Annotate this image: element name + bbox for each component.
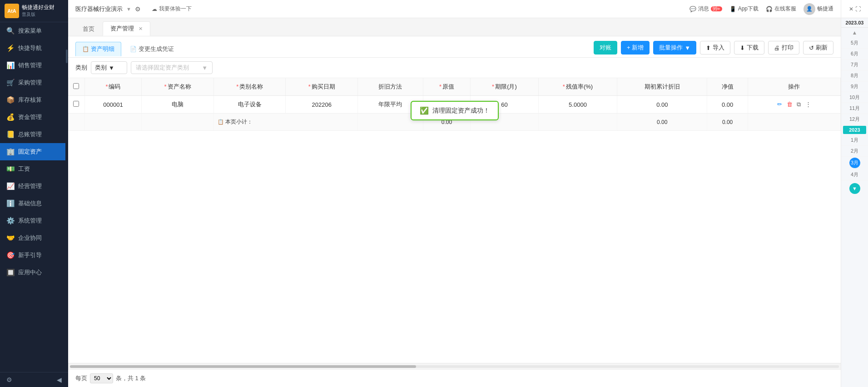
cell-code: 000001 bbox=[84, 96, 142, 114]
subtab-asset-detail-label: 资产明细 bbox=[91, 45, 114, 53]
sidebar-item-operations[interactable]: 📈经营管理 bbox=[0, 178, 65, 195]
experience-btn[interactable]: ☁ 我要体验一下 bbox=[152, 5, 192, 13]
header-residual-rate: *残值率(%) bbox=[538, 78, 617, 96]
month-item[interactable]: 4月 bbox=[841, 169, 868, 180]
edit-icon[interactable]: ✏ bbox=[777, 101, 782, 108]
per-page-select[interactable]: 50 10 20 100 bbox=[90, 373, 113, 383]
sidebar-item-label: 采购管理 bbox=[18, 79, 42, 87]
month-item[interactable]: 6月 bbox=[841, 49, 868, 60]
company-chevron-icon[interactable]: ▼ bbox=[126, 6, 131, 12]
payroll-icon: 💵 bbox=[6, 165, 15, 173]
sidebar-item-funds[interactable]: 💰资金管理 bbox=[0, 109, 65, 126]
month-item[interactable]: 5月 bbox=[841, 38, 868, 49]
month-item[interactable]: 12月 bbox=[841, 114, 868, 125]
new-btn[interactable]: + 新增 bbox=[621, 41, 650, 55]
filter-row: 类别 类别 ▼ 请选择固定资产类别 ▼ bbox=[68, 58, 841, 78]
tab-asset-mgmt[interactable]: 资产管理 ✕ bbox=[103, 21, 150, 36]
app-download-label: App下载 bbox=[738, 5, 759, 13]
app-logo: AtA 畅捷通好业财 普及版 bbox=[0, 0, 68, 22]
logo-icon: AtA bbox=[5, 4, 19, 18]
collapse-icon[interactable]: ◀ bbox=[57, 376, 62, 383]
right-panel-current-months: 1月2月3月4月 bbox=[841, 135, 868, 180]
system-icon: ⚙️ bbox=[6, 217, 15, 225]
tab-close-icon[interactable]: ✕ bbox=[139, 26, 143, 31]
month-item-active[interactable]: 3月 bbox=[849, 158, 860, 169]
sidebar-item-basic-info[interactable]: ℹ️基础信息 bbox=[0, 195, 65, 212]
hscroll-thumb[interactable] bbox=[70, 365, 416, 368]
hscroll-track[interactable] bbox=[70, 365, 839, 368]
service-icon: 🎧 bbox=[766, 6, 773, 12]
user-menu[interactable]: 👤 畅捷通 bbox=[804, 3, 833, 15]
scroll-down-circle[interactable]: ▼ bbox=[849, 183, 860, 194]
sidebar-item-search[interactable]: 🔍搜索菜单 bbox=[0, 22, 65, 40]
right-panel-expand-icon[interactable]: ⛶ bbox=[855, 6, 861, 12]
sidebar-item-sales[interactable]: 📊销售管理 bbox=[0, 57, 65, 74]
pagination: 每页 50 10 20 100 条，共 1 条 bbox=[68, 369, 841, 387]
subtab-change-voucher[interactable]: 📄 变更生成凭证 bbox=[123, 42, 181, 56]
sidebar-item-quick-nav[interactable]: ⚡快捷导航 bbox=[0, 40, 65, 57]
sidebar-item-label: 基础信息 bbox=[18, 199, 42, 208]
category-filter-label: 类别 bbox=[75, 64, 87, 72]
app-center-icon: 🔲 bbox=[6, 268, 15, 277]
download-btn[interactable]: ⬇ 下载 bbox=[734, 41, 764, 55]
app-download-btn[interactable]: 📱 App下载 bbox=[729, 5, 759, 13]
service-btn[interactable]: 🎧 在线客服 bbox=[766, 5, 796, 13]
company-name: 医疗器械行业演示 bbox=[75, 5, 123, 13]
month-item[interactable]: 8月 bbox=[841, 70, 868, 81]
month-item[interactable]: 1月 bbox=[841, 135, 868, 146]
nav-up-icon[interactable]: ▲ bbox=[850, 28, 859, 38]
select-all-checkbox[interactable] bbox=[73, 83, 79, 89]
table-wrap: *编码 *资产名称 *类别名称 *购买日期 折旧方法 *原值 *期限(月) *残… bbox=[68, 78, 841, 363]
subtotal-initial: 0.00 bbox=[617, 114, 707, 131]
sidebar-item-ledger[interactable]: 📒总账管理 bbox=[0, 126, 65, 143]
settings-icon[interactable]: ⚙ bbox=[135, 5, 141, 13]
month-item[interactable]: 9月 bbox=[841, 81, 868, 92]
month-item[interactable]: 11月 bbox=[841, 103, 868, 114]
message-btn[interactable]: 💬 消息 99+ bbox=[689, 5, 722, 13]
month-item[interactable]: 2月 bbox=[841, 146, 868, 157]
reconcile-btn[interactable]: 对账 bbox=[594, 41, 617, 55]
month-item[interactable]: 7月 bbox=[841, 60, 868, 70]
sidebar-item-enterprise[interactable]: 🤝企业协同 bbox=[0, 229, 65, 247]
batch-btn[interactable]: 批量操作 ▼ bbox=[653, 41, 696, 55]
delete-icon[interactable]: 🗑 bbox=[787, 101, 793, 108]
sidebar-item-guide[interactable]: 🎯新手引导 bbox=[0, 247, 65, 264]
sidebar-item-purchase[interactable]: 🛒采购管理 bbox=[0, 74, 65, 91]
export-btn[interactable]: ⬆ 导入 bbox=[700, 41, 730, 55]
right-panel-close-icon[interactable]: ✕ bbox=[849, 6, 853, 12]
category-select[interactable]: 类别 ▼ bbox=[91, 61, 127, 74]
sidebar-item-app-center[interactable]: 🔲应用中心 bbox=[0, 264, 65, 281]
sidebar-item-label: 工资 bbox=[18, 165, 30, 173]
toolbar-right: 对账 + 新增 批量操作 ▼ ⬆ 导入 ⬇ 下载 🖨 bbox=[594, 41, 833, 57]
table-header-row: *编码 *资产名称 *类别名称 *购买日期 折旧方法 *原值 *期限(月) *残… bbox=[68, 78, 841, 96]
ledger-icon: 📒 bbox=[6, 130, 15, 139]
sidebar-item-payroll[interactable]: 💵工资 bbox=[0, 160, 65, 178]
sidebar-item-label: 销售管理 bbox=[18, 61, 42, 69]
month-item[interactable]: 10月 bbox=[841, 92, 868, 103]
header-name: *资产名称 bbox=[142, 78, 214, 96]
success-icon: ✅ bbox=[420, 106, 429, 115]
category-input-placeholder: 请选择固定资产类别 bbox=[136, 64, 189, 72]
current-year-label[interactable]: 2023 bbox=[843, 126, 866, 134]
cell-action[interactable]: ✏ 🗑 ⧉ ⋮ bbox=[748, 96, 840, 114]
cell-name: 电脑 bbox=[142, 96, 214, 114]
cell-initial-accumulated: 0.00 bbox=[617, 96, 707, 114]
main-content: 医疗器械行业演示 ▼ ⚙ ☁ 我要体验一下 💬 消息 99+ 📱 App下载 🎧… bbox=[68, 0, 841, 387]
sales-icon: 📊 bbox=[6, 61, 15, 69]
sidebar-item-system[interactable]: ⚙️系统管理 bbox=[0, 212, 65, 229]
sidebar-item-inventory[interactable]: 📦库存核算 bbox=[0, 91, 65, 109]
copy-icon[interactable]: ⧉ bbox=[797, 101, 801, 108]
category-input[interactable]: 请选择固定资产类别 ▼ bbox=[131, 61, 213, 74]
settings-icon[interactable]: ⚙ bbox=[6, 376, 12, 383]
print-btn[interactable]: 🖨 打印 bbox=[768, 41, 799, 55]
sidebar-item-fixed-assets[interactable]: 🏢固定资产 bbox=[0, 143, 65, 160]
category-chevron-icon: ▼ bbox=[109, 64, 114, 71]
subtab-asset-detail[interactable]: 📋 资产明细 bbox=[75, 42, 121, 56]
new-label: + 新增 bbox=[627, 44, 644, 52]
tab-home[interactable]: 首页 bbox=[75, 22, 102, 36]
cloud-icon: ☁ bbox=[152, 6, 157, 12]
refresh-btn[interactable]: ↺ 刷新 bbox=[803, 41, 833, 55]
more-icon[interactable]: ⋮ bbox=[805, 101, 811, 108]
cell-checkbox[interactable] bbox=[68, 96, 84, 114]
topbar-left: 医疗器械行业演示 ▼ ⚙ ☁ 我要体验一下 bbox=[75, 5, 192, 13]
